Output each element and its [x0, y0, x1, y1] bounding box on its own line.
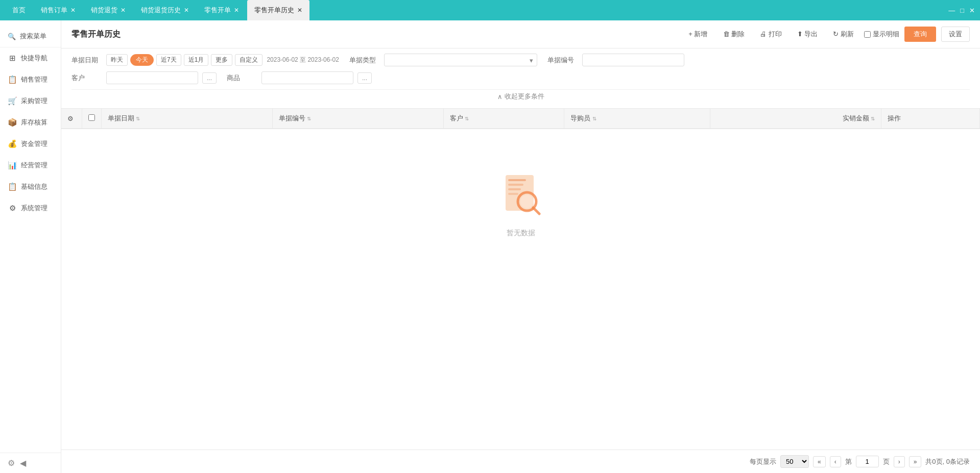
sidebar-search[interactable]: 🔍 搜索菜单	[0, 26, 61, 47]
next-page-button[interactable]: ›	[894, 456, 905, 467]
svg-point-6	[520, 195, 534, 208]
show-detail-label: 显示明细	[873, 30, 899, 39]
sidebar-label-quick-nav: 快捷导航	[21, 54, 47, 63]
sidebar-item-sales-mgmt[interactable]: 📋 销售管理	[0, 69, 61, 90]
tab-sales-return-history[interactable]: 销货退货历史✕	[134, 0, 196, 20]
th-settings: ⚙	[61, 109, 82, 129]
sidebar-label-operations: 经营管理	[21, 161, 47, 170]
print-button[interactable]: 🖨 打印	[755, 27, 787, 41]
sidebar-item-operations[interactable]: 📊 经营管理	[0, 155, 61, 176]
date-yesterday[interactable]: 昨天	[106, 54, 128, 66]
sidebar-search-label: 搜索菜单	[20, 32, 46, 41]
date-today[interactable]: 今天	[130, 54, 154, 66]
tab-label-retail-history: 零售开单历史	[254, 6, 294, 15]
maximize-button[interactable]: □	[960, 7, 964, 14]
tab-close-sales-return-history[interactable]: ✕	[184, 7, 189, 14]
type-filter: 单据类型	[349, 54, 537, 66]
date-custom[interactable]: 自定义	[235, 54, 262, 66]
query-button[interactable]: 查询	[904, 27, 936, 42]
sidebar-icon-purchase-mgmt: 🛒	[8, 96, 17, 106]
th-customer-sort-icon[interactable]: ⇅	[465, 116, 469, 121]
tab-close-retail-history[interactable]: ✕	[297, 7, 302, 14]
th-number-sort-icon[interactable]: ⇅	[307, 116, 311, 121]
sidebar-icon-sys-mgmt: ⚙	[8, 204, 17, 213]
settings-gear-icon[interactable]: ⚙	[67, 115, 74, 122]
collapse-filter-label: 收起更多条件	[505, 92, 544, 101]
sidebar-item-quick-nav[interactable]: ⊞ 快捷导航	[0, 47, 61, 69]
per-page-label: 每页显示	[750, 457, 776, 466]
tab-close-sales-order[interactable]: ✕	[70, 7, 76, 14]
th-salesperson-sort-icon[interactable]: ⇅	[592, 116, 596, 121]
collapse-filter-bar[interactable]: ∧ 收起更多条件	[71, 89, 970, 103]
th-date-sort-icon[interactable]: ⇅	[136, 116, 140, 121]
number-input[interactable]	[582, 54, 684, 66]
settings-icon[interactable]: ⚙	[8, 458, 15, 468]
empty-illustration	[495, 170, 546, 221]
minimize-button[interactable]: —	[948, 7, 955, 14]
customer-filter: 客户 ...	[71, 71, 217, 84]
refresh-button[interactable]: ↻ 刷新	[828, 27, 859, 41]
first-page-button[interactable]: «	[813, 456, 826, 467]
sidebar-item-finance[interactable]: 💰 资金管理	[0, 133, 61, 155]
tab-sales-return[interactable]: 销货退货✕	[84, 0, 133, 20]
th-checkbox	[82, 109, 101, 129]
date-7days[interactable]: 近7天	[156, 54, 181, 66]
page-size-select[interactable]: 20 50 100 200	[780, 455, 809, 468]
total-info: 共0页, 0条记录	[925, 457, 970, 466]
th-operation-label: 操作	[888, 114, 901, 122]
sidebar-icon-sales-mgmt: 📋	[8, 75, 17, 84]
th-amount: 实销金额 ⇅	[710, 109, 881, 129]
type-select[interactable]	[384, 54, 537, 66]
goods-filter: 商品 ...	[227, 71, 372, 84]
page-header: 零售开单历史 + 新增 🗑 删除 🖨 打印 ⬆ 导出 ↻ 刷新 显示明细 查询 …	[61, 20, 980, 48]
tab-home[interactable]: 首页	[5, 0, 33, 20]
export-button[interactable]: ⬆ 导出	[792, 27, 823, 41]
show-detail-checkbox[interactable]	[864, 31, 871, 38]
collapse-arrow-icon: ∧	[497, 93, 503, 101]
pagination: 每页显示 20 50 100 200 « ‹ 第 页 › » 共0页, 0条记录	[61, 450, 980, 473]
add-button[interactable]: + 新增	[683, 27, 712, 41]
tab-close-retail-open[interactable]: ✕	[234, 7, 239, 14]
goods-browse-button[interactable]: ...	[357, 72, 372, 84]
sidebar-label-finance: 资金管理	[21, 139, 47, 148]
sidebar-item-sys-mgmt[interactable]: ⚙ 系统管理	[0, 197, 61, 219]
table-head: ⚙ 单据日期 ⇅ 单据编号 ⇅	[61, 109, 980, 129]
customer-input[interactable]	[106, 71, 198, 84]
setting-button[interactable]: 设置	[941, 27, 970, 42]
sidebar-label-inventory: 库存核算	[21, 118, 47, 127]
sidebar-label-purchase-mgmt: 采购管理	[21, 96, 47, 106]
tab-sales-order[interactable]: 销售订单✕	[34, 0, 83, 20]
search-icon: 🔍	[8, 33, 16, 40]
collapse-sidebar-button[interactable]: ◀	[20, 458, 26, 468]
th-date-label: 单据日期	[108, 114, 134, 122]
prev-page-button[interactable]: ‹	[830, 456, 841, 467]
customer-browse-button[interactable]: ...	[202, 72, 217, 84]
customer-label: 客户	[71, 73, 102, 83]
delete-button[interactable]: 🗑 删除	[718, 27, 750, 41]
tab-retail-history[interactable]: 零售开单历史✕	[247, 0, 309, 20]
date-more[interactable]: 更多	[211, 54, 232, 66]
th-customer: 客户 ⇅	[443, 109, 564, 129]
sidebar-item-basic-info[interactable]: 📋 基础信息	[0, 176, 61, 197]
select-all-checkbox[interactable]	[88, 114, 95, 121]
filter-area: 单据日期 昨天 今天 近7天 近1月 更多 自定义 2023-06-02 至 2…	[61, 48, 980, 109]
svg-rect-3	[508, 188, 521, 190]
show-detail-checkbox-wrapper[interactable]: 显示明细	[864, 30, 899, 39]
sidebar-icon-inventory: 📦	[8, 118, 17, 127]
tab-close-sales-return[interactable]: ✕	[121, 7, 126, 14]
goods-label: 商品	[227, 73, 257, 83]
th-amount-label: 实销金额	[843, 114, 869, 122]
date-1month[interactable]: 近1月	[184, 54, 209, 66]
type-label: 单据类型	[349, 56, 380, 65]
sidebar-item-inventory[interactable]: 📦 库存核算	[0, 112, 61, 133]
tab-retail-open[interactable]: 零售开单✕	[197, 0, 246, 20]
th-number-label: 单据编号	[279, 114, 305, 122]
sidebar-item-purchase-mgmt[interactable]: 🛒 采购管理	[0, 90, 61, 112]
close-window-button[interactable]: ✕	[969, 7, 975, 14]
type-select-wrapper	[384, 54, 537, 66]
date-buttons: 昨天 今天 近7天 近1月 更多 自定义	[106, 54, 262, 66]
th-amount-sort-icon[interactable]: ⇅	[871, 116, 875, 121]
last-page-button[interactable]: »	[909, 456, 922, 467]
page-number-input[interactable]	[856, 456, 879, 467]
goods-input[interactable]	[261, 71, 353, 84]
